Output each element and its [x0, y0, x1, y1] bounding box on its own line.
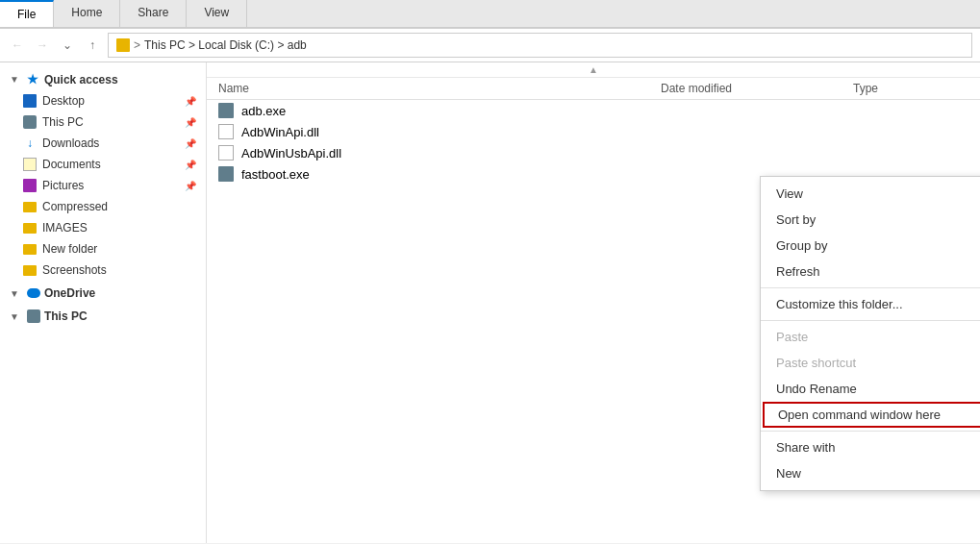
pictures-icon	[23, 179, 37, 192]
downloads-icon: ↓	[23, 136, 37, 150]
sidebar-item-images[interactable]: IMAGES	[0, 217, 206, 238]
dll-icon-adbwinusbapi	[218, 145, 234, 161]
file-name-adbwinusbapi: AdbWinUsbApi.dll	[241, 146, 645, 161]
chevron-icon: ▼	[10, 74, 19, 85]
file-name-fastboot: fastboot.exe	[241, 167, 645, 182]
onedrive-icon	[27, 288, 40, 298]
sidebar-item-downloads[interactable]: ↓ Downloads 📌	[0, 133, 206, 154]
sidebar-item-compressed[interactable]: Compressed	[0, 196, 206, 217]
context-menu-share-label: Share with	[776, 440, 835, 455]
context-menu-open-cmd-label: Open command window here	[778, 408, 941, 422]
thispc-chevron: ▼	[10, 311, 19, 322]
path-text: This PC > Local Disk (C:) > adb	[144, 38, 307, 52]
up-button[interactable]: ↑	[83, 36, 102, 55]
sidebar-item-thispc[interactable]: This PC 📌	[0, 111, 206, 133]
context-menu-group-label: Group by	[776, 238, 827, 253]
dll-icon-adbwinapi	[218, 124, 234, 139]
context-menu-view-label: View	[776, 186, 803, 201]
star-icon: ★	[27, 72, 38, 87]
tab-home[interactable]: Home	[54, 0, 120, 27]
separator-1	[761, 287, 980, 288]
sidebar-item-documents[interactable]: Documents 📌	[0, 154, 206, 175]
folder-icon-screenshots	[23, 265, 37, 276]
sidebar-new-folder-label: New folder	[42, 242, 97, 256]
context-menu-customize-label: Customize this folder...	[776, 297, 903, 311]
context-menu-paste-shortcut-label: Paste shortcut	[776, 356, 856, 370]
context-menu-paste[interactable]: Paste	[761, 324, 980, 350]
pin-icon-documents: 📌	[185, 160, 196, 170]
exe-icon-adb	[218, 103, 234, 118]
pin-icon: 📌	[185, 96, 196, 107]
documents-icon	[23, 158, 37, 171]
folder-icon-compressed	[23, 202, 37, 212]
sidebar-thispc-label: This PC	[42, 115, 84, 129]
quick-access-header[interactable]: ▼ ★ Quick access	[0, 66, 206, 90]
ribbon: File Home Share View	[0, 0, 980, 29]
context-menu-group[interactable]: Group by ›	[761, 233, 980, 259]
path-separator: >	[134, 38, 140, 52]
address-bar: ← → ⌄ ↑ > This PC > Local Disk (C:) > ad…	[0, 29, 980, 62]
context-menu-open-cmd[interactable]: Open command window here	[763, 402, 980, 428]
sidebar-desktop-label: Desktop	[42, 94, 85, 108]
tab-bar: File Home Share View	[0, 0, 980, 28]
context-menu-paste-shortcut[interactable]: Paste shortcut	[761, 350, 980, 376]
file-name-adbwinapi: AdbWinApi.dll	[241, 125, 645, 139]
context-menu-undo-rename[interactable]: Undo Rename Ctrl+Z	[761, 376, 980, 402]
pin-icon-pictures: 📌	[185, 181, 196, 191]
sidebar-item-screenshots[interactable]: Screenshots	[0, 260, 206, 281]
file-item-adbwinapi[interactable]: AdbWinApi.dll	[207, 121, 980, 142]
desktop-icon	[23, 94, 37, 108]
content-area: ▲ Name Date modified Type adb.exe AdbWin…	[207, 62, 980, 543]
sidebar: ▼ ★ Quick access Desktop 📌 This PC 📌 ↓ D…	[0, 62, 207, 543]
exe-icon-fastboot	[218, 166, 234, 182]
sidebar-item-pictures[interactable]: Pictures 📌	[0, 175, 206, 196]
thispc-bottom-header[interactable]: ▼ This PC	[0, 304, 206, 327]
recent-locations-button[interactable]: ⌄	[58, 36, 77, 55]
tab-file[interactable]: File	[0, 0, 54, 27]
separator-2	[761, 320, 980, 321]
onedrive-chevron: ▼	[10, 288, 19, 299]
context-menu-undo-label: Undo Rename	[776, 382, 857, 396]
sidebar-item-new-folder[interactable]: New folder	[0, 238, 206, 260]
sidebar-item-desktop[interactable]: Desktop 📌	[0, 90, 206, 111]
sidebar-downloads-label: Downloads	[42, 136, 99, 150]
folder-icon-images	[23, 223, 37, 234]
onedrive-label: OneDrive	[44, 286, 95, 300]
tab-view[interactable]: View	[187, 0, 247, 27]
thispc-bottom-label: This PC	[44, 309, 88, 323]
file-item-adbwinusbapi[interactable]: AdbWinUsbApi.dll	[207, 142, 980, 163]
col-name-header: Name	[218, 82, 661, 95]
pin-icon-downloads: 📌	[185, 138, 196, 149]
context-menu-paste-label: Paste	[776, 330, 808, 344]
file-item-adb-exe[interactable]: adb.exe	[207, 100, 980, 121]
context-menu-refresh-label: Refresh	[776, 264, 820, 279]
sidebar-compressed-label: Compressed	[42, 200, 108, 213]
tab-share[interactable]: Share	[120, 0, 187, 27]
context-menu-share[interactable]: Share with ›	[761, 434, 980, 460]
address-path[interactable]: > This PC > Local Disk (C:) > adb	[108, 33, 972, 58]
forward-button[interactable]: →	[33, 36, 52, 55]
separator-3	[761, 431, 980, 432]
path-folder-icon	[116, 38, 130, 52]
main-layout: ▼ ★ Quick access Desktop 📌 This PC 📌 ↓ D…	[0, 62, 980, 543]
sidebar-documents-label: Documents	[42, 158, 101, 171]
sidebar-screenshots-label: Screenshots	[42, 263, 107, 277]
thispc-icon	[23, 115, 37, 129]
back-button[interactable]: ←	[8, 36, 27, 55]
quick-access-label: Quick access	[44, 73, 118, 87]
context-menu-refresh[interactable]: Refresh	[761, 259, 980, 284]
context-menu-sort-label: Sort by	[776, 212, 816, 227]
folder-icon-new	[23, 244, 37, 255]
context-menu-customize[interactable]: Customize this folder...	[761, 291, 980, 317]
file-name-adb: adb.exe	[241, 104, 645, 118]
context-menu-new[interactable]: New ›	[761, 460, 980, 486]
column-headers: Name Date modified Type	[207, 78, 980, 100]
onedrive-header[interactable]: ▼ OneDrive	[0, 281, 206, 304]
context-menu-view[interactable]: View ›	[761, 181, 980, 207]
col-type-header: Type	[853, 82, 968, 95]
col-date-header: Date modified	[661, 82, 853, 95]
context-menu: View › Sort by › Group by › Refresh Cust…	[760, 176, 980, 491]
context-menu-sort[interactable]: Sort by ›	[761, 207, 980, 233]
sidebar-images-label: IMAGES	[42, 221, 88, 235]
scroll-up-indicator: ▲	[207, 62, 980, 78]
